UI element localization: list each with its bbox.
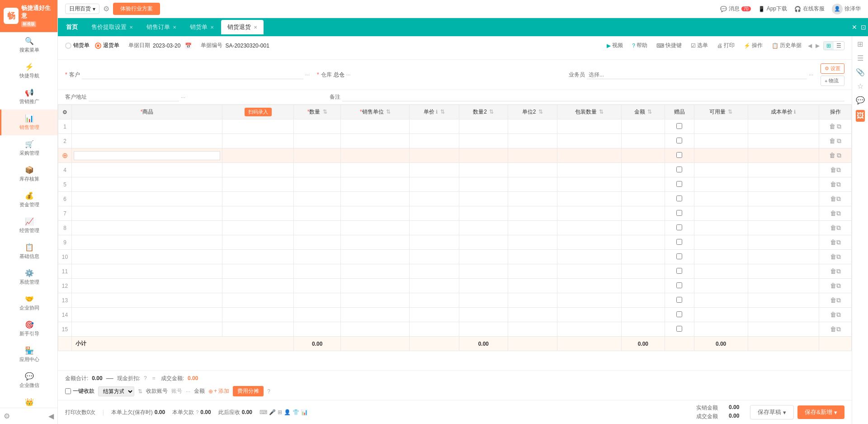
sidebar-item-enterprise[interactable]: 🤝 企业协同 — [0, 290, 57, 316]
amount-sort-icon[interactable]: ⇅ — [647, 109, 652, 115]
copy-row-btn[interactable]: ⧉ — [836, 210, 841, 217]
cost-cell[interactable] — [748, 148, 819, 163]
gift-cell[interactable] — [665, 119, 694, 134]
sidebar-item-appstore[interactable]: 🏪 应用中心 — [0, 342, 57, 367]
copy-row-btn[interactable]: ⧉ — [836, 166, 841, 174]
quantity2-sort-icon[interactable]: ⇅ — [489, 109, 494, 115]
product-cell[interactable] — [72, 119, 222, 134]
sidebar-item-wechat[interactable]: 💬 企业微信 — [0, 367, 57, 393]
fee-split-btn[interactable]: 费用分摊 — [233, 386, 264, 396]
qty-cell[interactable] — [293, 119, 341, 134]
prev-record-icon[interactable]: ◀ — [808, 43, 812, 49]
add-payment-btn[interactable]: ⊕ + 添加 — [208, 387, 229, 395]
copy-row-btn[interactable]: ⧉ — [837, 137, 841, 145]
close-all-tabs-icon[interactable]: ✕ — [852, 24, 857, 31]
qty-cell[interactable] — [293, 134, 341, 148]
sidebar-item-purchase[interactable]: 🛒 采购管理 — [0, 135, 57, 161]
list-view-btn[interactable]: ☰ — [834, 42, 844, 50]
settings-btn[interactable]: ⚙ 设置 — [821, 63, 844, 74]
tab-price-settings[interactable]: 售价提取设置 ✕ — [85, 20, 139, 34]
history-btn[interactable]: 📋 历史单据 — [769, 41, 804, 50]
packqty-cell[interactable] — [557, 119, 622, 134]
price-cell[interactable] — [410, 134, 459, 148]
tab-sales-delivery[interactable]: 销货单 ✕ — [184, 20, 220, 34]
sidebar-item-operation[interactable]: 📈 经营管理 — [0, 213, 57, 238]
th-scan[interactable]: 扫码录入 — [222, 105, 294, 119]
delete-row-btn[interactable]: 🗑 — [830, 238, 836, 246]
remark-input[interactable] — [342, 93, 844, 101]
copy-row-btn[interactable]: ⧉ — [836, 195, 841, 203]
tab-close-sales-delivery[interactable]: ✕ — [210, 25, 214, 30]
available-cell[interactable] — [694, 119, 748, 134]
amount-cell[interactable] — [622, 148, 665, 163]
address-input[interactable] — [89, 93, 179, 101]
user-profile[interactable]: 👤 徐泽华 — [832, 4, 861, 14]
product-cell[interactable] — [72, 134, 222, 148]
right-panel-icon-table[interactable]: ⊞ — [857, 40, 863, 48]
sidebar-item-member[interactable]: 👑 畅会员 — [0, 393, 57, 408]
unit-cell[interactable] — [341, 134, 410, 148]
person-icon[interactable]: 👤 — [284, 409, 291, 415]
debt-help-icon[interactable]: ? — [196, 410, 198, 415]
right-panel-icon-list[interactable]: ☰ — [857, 54, 863, 62]
unit2-cell[interactable] — [508, 148, 557, 163]
unit-cell[interactable] — [341, 148, 410, 163]
video-btn[interactable]: ▶ 视频 — [604, 41, 626, 50]
tab-close-price-settings[interactable]: ✕ — [129, 25, 133, 30]
unit2-cell[interactable] — [508, 134, 557, 148]
radio-delivery[interactable]: 销货单 — [65, 42, 90, 49]
quantity-sort-icon[interactable]: ⇅ — [323, 109, 327, 115]
settings-icon[interactable]: ⚙ — [103, 5, 109, 13]
bank-select-icon[interactable]: ··· — [186, 388, 190, 395]
qty2-cell[interactable] — [459, 134, 508, 148]
qty2-cell[interactable] — [459, 148, 508, 163]
unit-sort-icon[interactable]: ⇅ — [386, 109, 391, 115]
salesperson-select-icon[interactable]: ··· — [809, 71, 813, 78]
delete-row-btn[interactable]: 🗑 — [830, 296, 836, 304]
save-new-btn[interactable]: 保存&新增 ▾ — [797, 405, 844, 419]
one-click-collect-checkbox[interactable]: 一键收款 — [65, 387, 94, 395]
tab-home[interactable]: 首页 — [60, 20, 84, 34]
price-cell[interactable] — [410, 148, 459, 163]
warehouse-select-icon[interactable]: ··· — [346, 71, 351, 78]
radio-return[interactable]: 退货单 — [95, 42, 119, 49]
mic-icon[interactable]: 🎤 — [269, 409, 276, 415]
settlement-sort-icon[interactable]: ⇅ — [138, 388, 142, 395]
help-btn[interactable]: ? 帮助 — [629, 41, 650, 50]
copy-row-btn[interactable]: ⧉ — [836, 253, 841, 261]
delete-row-btn[interactable]: 🗑 — [830, 253, 836, 260]
qty-cell[interactable] — [293, 148, 341, 163]
copy-row-btn[interactable]: ⧉ — [836, 181, 841, 188]
sidebar-item-sales[interactable]: 📊 销售管理 — [0, 110, 57, 135]
delete-row-btn[interactable]: 🗑 — [830, 311, 836, 318]
salesperson-input[interactable] — [587, 71, 807, 79]
available-cell[interactable] — [694, 134, 748, 148]
delete-row-btn[interactable]: 🗑 — [830, 282, 836, 289]
tab-close-sales-return[interactable]: ✕ — [254, 25, 257, 30]
delete-row-btn[interactable]: 🗑 — [830, 195, 836, 202]
table-icon[interactable]: 📊 — [301, 409, 308, 415]
input-icon[interactable]: ⌨ — [259, 409, 267, 415]
amount-cell[interactable] — [622, 119, 665, 134]
scan-btn[interactable]: 扫码录入 — [245, 108, 272, 116]
right-panel-icon-attachment[interactable]: 📎 — [856, 68, 865, 76]
industry-select[interactable]: 日用百货 ▾ — [65, 4, 99, 14]
unit-cell[interactable] — [341, 119, 410, 134]
copy-row-btn[interactable]: ⧉ — [836, 238, 841, 246]
experience-btn[interactable]: 体验行业方案 — [113, 3, 160, 15]
pack-sort-icon[interactable]: ⇅ — [599, 109, 604, 115]
customer-input[interactable] — [82, 71, 303, 79]
delete-row-btn[interactable]: 🗑 — [829, 137, 835, 144]
sidebar-item-finance[interactable]: 💰 资金管理 — [0, 187, 57, 213]
print-btn[interactable]: 🖨 打印 — [714, 41, 737, 50]
grid-view-btn[interactable]: ⊞ — [824, 42, 834, 50]
unit2-sort-icon[interactable]: ⇅ — [538, 109, 543, 115]
delete-row-btn[interactable]: 🗑 — [829, 123, 835, 130]
cost-cell[interactable] — [748, 119, 819, 134]
discount-help-icon[interactable]: ? — [144, 375, 147, 381]
delete-row-btn[interactable]: 🗑 — [829, 152, 835, 159]
sidebar-item-search[interactable]: 🔍 搜索菜单 — [0, 32, 57, 58]
qty2-cell[interactable] — [459, 119, 508, 134]
tab-close-sales-order[interactable]: ✕ — [173, 25, 176, 30]
right-panel-icon-message[interactable]: 💬 — [856, 96, 865, 105]
